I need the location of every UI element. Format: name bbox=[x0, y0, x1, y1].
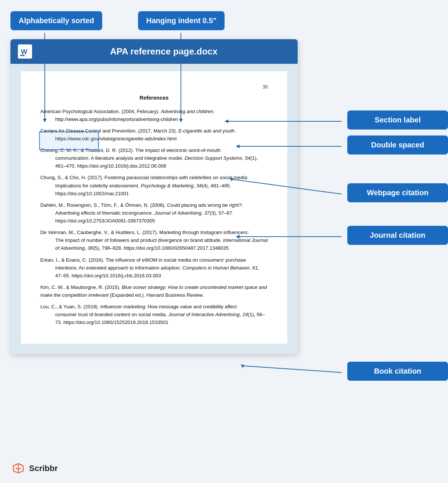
list-item: American Psychological Association. (200… bbox=[40, 107, 268, 123]
list-item: Dahlén, M., Rosengren, S., Törn, F., & Ö… bbox=[40, 201, 268, 225]
ref-continuation: https://www.cdc.gov/vitalsigns/ecigarett… bbox=[40, 135, 268, 143]
list-item: De Veirman, M., Cauberghe, V., & Hudders… bbox=[40, 228, 268, 252]
scribbr-name: Scribbr bbox=[29, 464, 58, 473]
doc-body: 35 References American Psychological Ass… bbox=[10, 64, 298, 354]
page-number: 35 bbox=[40, 83, 268, 91]
word-icon: W bbox=[18, 44, 32, 59]
badge-book-citation: Book citation bbox=[347, 362, 448, 381]
scribbr-icon bbox=[10, 461, 26, 476]
svg-text:W: W bbox=[21, 48, 27, 56]
ref-continuation: consumer trust of branded content on soc… bbox=[40, 311, 268, 326]
ref-first-line: Centers for Disease Control and Preventi… bbox=[40, 127, 268, 135]
ref-continuation: Implications for celebrity endorsement. … bbox=[40, 182, 268, 197]
doc-titlebar: W APA reference page.docx bbox=[10, 39, 298, 64]
paper-page: 35 References American Psychological Ass… bbox=[21, 71, 287, 344]
ref-first-line: Chung, S., & Cho, H. (2017). Fostering p… bbox=[40, 174, 268, 181]
list-item: Chung, S., & Cho, H. (2017). Fostering p… bbox=[40, 174, 268, 197]
list-item: Centers for Disease Control and Preventi… bbox=[40, 127, 268, 143]
ref-continuation: intentions: An extended approach to info… bbox=[40, 264, 268, 280]
list-item: Erkan, I., & Evans, C. (2016). The influ… bbox=[40, 256, 268, 280]
ref-first-line: Lou, C., & Yuan, S. (2019). Influencer m… bbox=[40, 303, 268, 311]
ref-first-line: American Psychological Association. (200… bbox=[40, 107, 268, 115]
doc-title: APA reference page.docx bbox=[37, 46, 290, 57]
scribbr-logo: Scribbr bbox=[10, 461, 58, 476]
svg-marker-16 bbox=[241, 364, 244, 368]
list-item: Cheung, C. M. K., & Thadani, D. R. (2012… bbox=[40, 146, 268, 170]
references-heading: References bbox=[40, 94, 268, 102]
ref-continuation: communication: A literature analysis and… bbox=[40, 154, 268, 170]
svg-line-15 bbox=[242, 366, 342, 373]
ref-first-line: De Veirman, M., Cauberghe, V., & Hudders… bbox=[40, 228, 268, 236]
main-container: Alphabetically sorted Hanging indent 0.5… bbox=[0, 0, 448, 483]
badge-alphabetically-sorted: Alphabetically sorted bbox=[10, 11, 102, 30]
ref-first-line: Kim, C. W., & Mauborgne, R. (2015). Blue… bbox=[40, 283, 268, 299]
list-item: Kim, C. W., & Mauborgne, R. (2015). Blue… bbox=[40, 283, 268, 299]
document-window: W APA reference page.docx 35 References … bbox=[10, 39, 298, 354]
badge-section-label: Section label bbox=[347, 110, 448, 130]
ref-continuation: http://www.apa.org/pubs/info/reports/adv… bbox=[40, 115, 268, 123]
badge-webpage-citation: Webpage citation bbox=[347, 183, 448, 202]
badge-double-spaced: Double spaced bbox=[347, 135, 448, 155]
scribbr-footer: Scribbr bbox=[10, 461, 58, 476]
badge-hanging-indent: Hanging indent 0.5" bbox=[138, 11, 225, 30]
ref-continuation: Advertising effects of thematic incongru… bbox=[40, 209, 268, 225]
badge-journal-citation: Journal citation bbox=[347, 226, 448, 245]
list-item: Lou, C., & Yuan, S. (2019). Influencer m… bbox=[40, 303, 268, 326]
ref-first-line: Cheung, C. M. K., & Thadani, D. R. (2012… bbox=[40, 146, 268, 154]
ref-first-line: Dahlén, M., Rosengren, S., Törn, F., & Ö… bbox=[40, 201, 268, 209]
ref-continuation: The impact of number of followers and pr… bbox=[40, 236, 268, 252]
ref-first-line: Erkan, I., & Evans, C. (2016). The influ… bbox=[40, 256, 268, 264]
svg-rect-2 bbox=[20, 55, 25, 56]
